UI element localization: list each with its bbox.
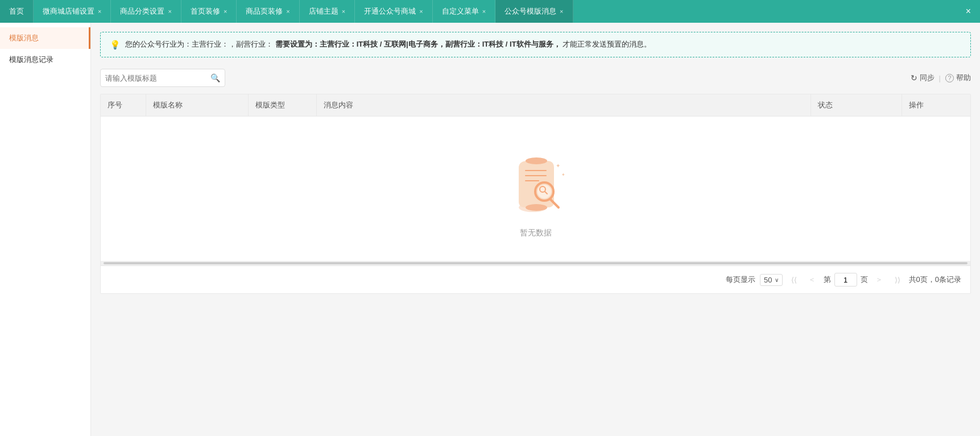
horizontal-scrollbar[interactable] (101, 261, 970, 265)
notice-box: 💡 您的公众号行业为：主营行业：，副营行业： 需要设置为：主营行业：IT科技 /… (100, 32, 971, 57)
search-input[interactable] (105, 74, 210, 82)
col-template-name: 模版名称 (146, 94, 249, 116)
empty-text: 暂无数据 (520, 228, 552, 238)
close-shop-theme[interactable]: × (342, 8, 345, 15)
empty-icon: ✦ ✦ (502, 151, 570, 219)
total-info: 共0页，0条记录 (909, 275, 961, 285)
toolbar: 🔍 ↻ 同步 | ? 帮助 (100, 69, 971, 87)
page-number-input[interactable] (834, 273, 857, 286)
main-layout: 模版消息 模版消息记录 💡 您的公众号行业为：主营行业：，副营行业： 需要设置为… (0, 23, 980, 436)
toolbar-right: ↻ 同步 | ? 帮助 (911, 73, 971, 83)
sidebar-item-template-msg-record[interactable]: 模版消息记录 (0, 49, 90, 70)
col-status: 状态 (811, 94, 902, 116)
close-custom-menu[interactable]: × (482, 8, 486, 15)
close-category-settings[interactable]: × (168, 8, 171, 15)
close-open-mall[interactable]: × (419, 8, 423, 15)
close-product-decor[interactable]: × (286, 8, 290, 15)
nav-open-mall[interactable]: 开通公众号商城 × (355, 0, 432, 23)
nav-home[interactable]: 首页 (0, 0, 34, 23)
col-template-type: 模版类型 (249, 94, 317, 116)
empty-state: ✦ ✦ 暂无数据 (101, 117, 970, 261)
nav-template-msg[interactable]: 公众号模版消息 × (495, 0, 573, 23)
data-table: 序号 模版名称 模版类型 消息内容 状态 操作 (100, 94, 971, 294)
window-close-button[interactable]: × (957, 0, 980, 23)
scroll-thumb[interactable] (104, 262, 967, 264)
top-navigation: 首页 微商城店铺设置 × 商品分类设置 × 首页装修 × 商品页装修 × 店铺主… (0, 0, 980, 23)
close-template-msg[interactable]: × (560, 8, 563, 15)
svg-point-1 (526, 157, 547, 164)
sync-button[interactable]: ↻ 同步 (911, 73, 934, 83)
prev-page-button[interactable]: ＜ (805, 273, 819, 286)
search-box: 🔍 (100, 69, 225, 87)
pagination: 每页显示 50 ∨ ⟨⟨ ＜ 第 页 ＞ ⟩⟩ 共0页，0条记录 (101, 265, 970, 293)
toolbar-divider: | (939, 74, 941, 82)
table-header: 序号 模版名称 模版类型 消息内容 状态 操作 (101, 94, 970, 117)
first-page-button[interactable]: ⟨⟨ (787, 273, 801, 286)
nav-shop-settings[interactable]: 微商城店铺设置 × (34, 0, 111, 23)
help-icon: ? (945, 74, 954, 82)
sync-icon: ↻ (911, 73, 917, 82)
nav-shop-theme[interactable]: 店铺主题 × (300, 0, 355, 23)
page-size-label: 每页显示 (726, 275, 755, 285)
content-area: 💡 您的公众号行业为：主营行业：，副营行业： 需要设置为：主营行业：IT科技 /… (91, 23, 980, 436)
sidebar: 模版消息 模版消息记录 (0, 23, 91, 436)
page-input-group: 第 页 (824, 273, 868, 286)
col-message-content: 消息内容 (317, 94, 811, 116)
last-page-button[interactable]: ⟩⟩ (891, 273, 904, 286)
help-button[interactable]: ? 帮助 (945, 73, 971, 83)
svg-text:✦: ✦ (561, 172, 565, 177)
chevron-down-icon: ∨ (775, 277, 779, 283)
close-home-decor[interactable]: × (224, 8, 227, 15)
notice-text: 您的公众号行业为：主营行业：，副营行业： 需要设置为：主营行业：IT科技 / 互… (125, 39, 651, 49)
nav-custom-menu[interactable]: 自定义菜单 × (433, 0, 495, 23)
nav-home-decor[interactable]: 首页装修 × (181, 0, 237, 23)
svg-text:✦: ✦ (556, 163, 560, 169)
nav-product-decor[interactable]: 商品页装修 × (237, 0, 299, 23)
page-size-select[interactable]: 50 ∨ (760, 274, 782, 286)
sidebar-item-template-msg[interactable]: 模版消息 (0, 27, 90, 49)
col-action: 操作 (902, 94, 970, 116)
col-index: 序号 (101, 94, 146, 116)
nav-category-settings[interactable]: 商品分类设置 × (111, 0, 181, 23)
search-icon[interactable]: 🔍 (210, 73, 220, 82)
close-shop-settings[interactable]: × (98, 8, 101, 15)
next-page-button[interactable]: ＞ (873, 273, 886, 286)
bulb-icon: 💡 (110, 40, 121, 50)
svg-point-2 (526, 204, 547, 211)
